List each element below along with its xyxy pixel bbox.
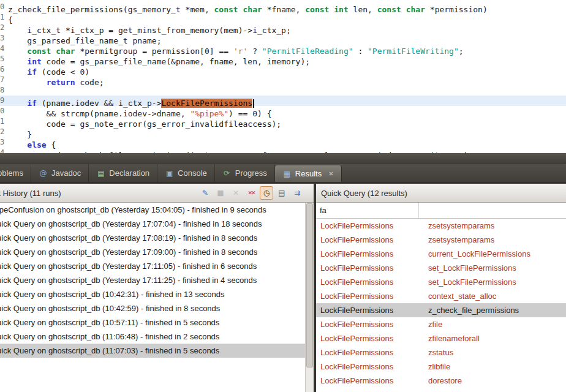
history-panel: Result History (11 runs) ✎■✕✕✕◷▤⇉ TypeCo… (0, 184, 314, 392)
result-cell-predicate: LockFilePermissions (316, 334, 418, 343)
report-icon[interactable]: ▤ (275, 186, 289, 200)
quick-query-panel: Quick Query (12 results) LockFilePermiss… (316, 184, 566, 392)
tab-console[interactable]: ▣Console (157, 164, 215, 182)
result-row[interactable]: LockFilePermissionsset_LockFilePermissio… (316, 261, 566, 275)
history-item[interactable]: Quick Query on ghostscript_db (Yesterday… (0, 217, 306, 231)
line-number: 7 (0, 75, 6, 85)
result-cell-predicate: LockFilePermissions (316, 277, 418, 287)
code-line[interactable]: 3 else { (0, 137, 566, 148)
scrollbar-thumb[interactable] (306, 203, 313, 368)
close-icon[interactable]: ✕ (328, 170, 333, 177)
line-number: 8 (0, 85, 6, 96)
code-line[interactable]: 0z_check_file_permissions(gs_memory_t *m… (0, 2, 566, 12)
results-table: LockFilePermissionszsetsystemparamsLockF… (316, 219, 566, 392)
result-row[interactable]: LockFilePermissionszfilenameforall (316, 331, 566, 345)
line-number: 5 (0, 54, 6, 64)
code-editor[interactable]: 0z_check_file_permissions(gs_memory_t *m… (0, 0, 566, 153)
history-title-clip: Result History (11 runs) (0, 184, 198, 202)
result-cell-location: zfilenameforall (418, 334, 566, 343)
result-cell-location: zstatus (418, 348, 566, 357)
history-item[interactable]: Quick Query on ghostscript_db (Yesterday… (0, 273, 306, 287)
tab-problems[interactable]: ⚠Problems (0, 164, 31, 182)
history-item[interactable]: Quick Query on ghostscript_db (Yesterday… (0, 245, 306, 259)
history-item[interactable]: TypeConfusion on ghostscript_db (Yesterd… (0, 203, 306, 217)
result-cell-location: current_LockFilePermissions (418, 249, 566, 258)
export-icon[interactable]: ⇉ (290, 186, 304, 200)
result-cell-predicate: LockFilePermissions (316, 362, 418, 371)
result-cell-predicate: LockFilePermissions (316, 306, 418, 315)
remove-all-icon[interactable]: ✕✕ (244, 186, 258, 200)
history-scrollbar[interactable] (305, 203, 314, 392)
line-number: 3 (0, 33, 6, 43)
new-query-icon[interactable]: ✎ (198, 186, 212, 200)
history-item[interactable]: Quick Query on ghostscript_db (11:07:03)… (0, 344, 306, 358)
tab-results[interactable]: ▦Results✕ (275, 165, 342, 182)
filter-cell-2[interactable] (419, 203, 566, 218)
bottom-tab-bar: ⚠Problems@Javadoc▤Declaration▣Console⟳Pr… (0, 164, 566, 183)
code-line[interactable]: 0 && strcmp(pname.iodev->dname, "%pipe%"… (0, 106, 566, 116)
history-list: TypeConfusion on ghostscript_db (Yesterd… (0, 203, 306, 392)
history-toolbar: ✎■✕✕✕◷▤⇉ (198, 186, 304, 200)
history-panel-title: Result History (11 runs) (0, 189, 61, 198)
line-number: 6 (0, 64, 6, 75)
line-number: 3 (0, 137, 6, 148)
line-number: 0 (0, 2, 6, 12)
remove-icon[interactable]: ✕ (229, 186, 243, 200)
line-number: 9 (0, 96, 6, 106)
quick-query-title: Quick Query (12 results) (316, 189, 407, 198)
code-line[interactable]: 5 int code = gs_parse_file_name(&pname, … (0, 54, 566, 64)
code-line[interactable]: 1 code = gs_note_error(gs_error_invalidf… (0, 116, 566, 127)
result-cell-location: zfile (418, 320, 566, 329)
result-cell-location: dorestore (418, 376, 566, 385)
code-line[interactable]: 2 i_ctx_t *i_ctx_p = get_minst_from_memo… (0, 23, 566, 33)
code-line[interactable]: 4 code = check_file_permissions(i_ctx_p,… (0, 148, 566, 153)
result-row[interactable]: LockFilePermissionszfile (316, 317, 566, 331)
result-cell-predicate: LockFilePermissions (316, 292, 418, 301)
history-item[interactable]: Quick Query on ghostscript_db (11:06:48)… (0, 330, 306, 344)
history-panel-header[interactable]: Result History (11 runs) ✎■✕✕✕◷▤⇉ (0, 184, 314, 203)
result-row[interactable]: LockFilePermissionscurrent_LockFilePermi… (316, 247, 566, 261)
code-token: const int (305, 5, 348, 14)
horizontal-sash[interactable] (0, 153, 566, 164)
history-item[interactable]: Quick Query on ghostscript_db (10:42:59)… (0, 301, 306, 315)
result-row[interactable]: LockFilePermissionsz_check_file_permissi… (316, 303, 566, 317)
result-row[interactable]: LockFilePermissionszstatus (316, 345, 566, 360)
result-cell-predicate: LockFilePermissions (316, 348, 418, 357)
result-cell-location: set_LockFilePermissions (418, 263, 566, 273)
history-item[interactable]: Quick Query on ghostscript_db (10:57:11)… (0, 315, 306, 330)
filter-input[interactable] (316, 206, 418, 215)
history-toggle-icon[interactable]: ◷ (260, 186, 273, 200)
history-item[interactable]: Quick Query on ghostscript_db (10:42:31)… (0, 287, 306, 301)
line-number: 1 (0, 12, 6, 23)
result-row[interactable]: LockFilePermissionszsetsystemparams (316, 233, 566, 247)
result-row[interactable]: LockFilePermissionsset_LockFilePermissio… (316, 275, 566, 289)
result-cell-predicate: LockFilePermissions (316, 320, 418, 329)
code-line[interactable]: 7 return code; (0, 75, 566, 85)
quick-query-header[interactable]: Quick Query (12 results) (316, 184, 566, 203)
history-item[interactable]: Quick Query on ghostscript_db (Yesterday… (0, 231, 306, 245)
result-row[interactable]: LockFilePermissionsdorestore (316, 374, 566, 388)
code-token: code; (75, 78, 104, 87)
code-token (8, 78, 47, 87)
tab-javadoc[interactable]: @Javadoc (31, 164, 89, 182)
history-item-label: Quick Query on ghostscript_db (Yesterday… (0, 245, 257, 259)
tab-declaration[interactable]: ▤Declaration (89, 164, 157, 182)
code-token: *fname, (262, 5, 305, 14)
result-row[interactable]: LockFilePermissionscontext_state_alloc (316, 289, 566, 303)
history-item[interactable]: Quick Query on ghostscript_db (Yesterday… (0, 259, 306, 273)
result-row[interactable]: LockFilePermissionszlibfile (316, 360, 566, 374)
result-row[interactable]: LockFilePermissionszsetsystemparams (316, 219, 566, 233)
code-line[interactable]: 9 if (pname.iodev && i_ctx_p->LockFilePe… (0, 96, 566, 106)
result-cell-location: set_LockFilePermissions (418, 277, 566, 287)
code-token: z_check_file_permissions(gs_memory_t *me… (8, 5, 214, 14)
history-item-label: Quick Query on ghostscript_db (Yesterday… (0, 217, 262, 231)
history-item-label: Quick Query on ghostscript_db (10:57:11)… (0, 315, 219, 330)
code-token: *permission) (425, 5, 488, 14)
history-item-label: Quick Query on ghostscript_db (Yesterday… (0, 231, 257, 245)
code-line[interactable]: 4 const char *permitgroup = permission[0… (0, 43, 566, 54)
stop-icon[interactable]: ■ (214, 186, 227, 200)
line-number: 2 (0, 127, 6, 137)
history-item-label: Quick Query on ghostscript_db (11:06:48)… (0, 330, 219, 344)
tab-progress[interactable]: ⟳Progress (215, 164, 275, 182)
tab-label: Declaration (109, 168, 149, 178)
